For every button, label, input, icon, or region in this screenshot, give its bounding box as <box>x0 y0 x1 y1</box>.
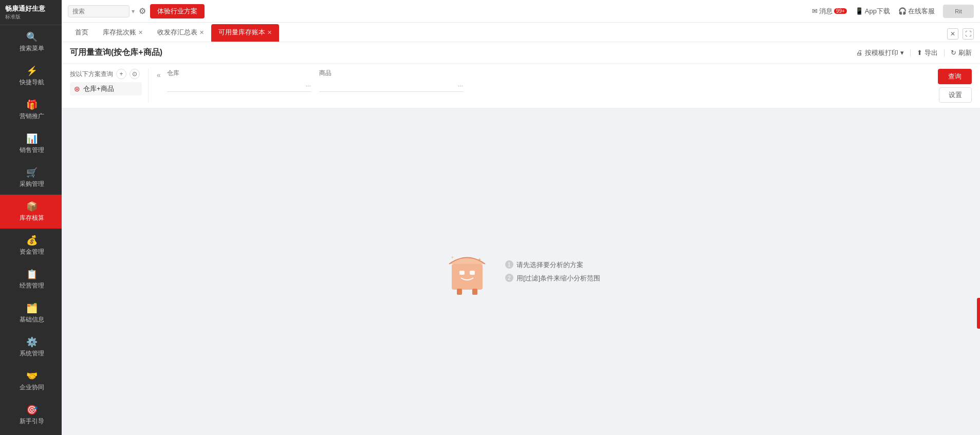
filter-scheme: 按以下方案查询 + ⊙ ⊛ 仓库+商品 <box>70 69 142 96</box>
gear-icon[interactable]: ⚙ <box>139 6 146 16</box>
scheme-item[interactable]: ⊛ 仓库+商品 <box>70 82 142 96</box>
close-icon[interactable]: ✕ <box>138 29 143 36</box>
refresh-icon: ↻ <box>951 49 956 56</box>
goods-input-group: ··· <box>319 80 463 92</box>
export-icon: ⬆ <box>917 49 922 56</box>
scheme-header-label: 按以下方案查询 <box>70 70 113 79</box>
page-content: 可用量查询(按仓库+商品) 🖨 按模板打印 ▾ ⬆ 导出 ↻ 刷新 <box>62 42 980 435</box>
print-label: 按模板打印 <box>865 48 898 58</box>
online-service-action[interactable]: 🎧 在线客服 <box>898 7 935 16</box>
tip-text-2: 用[过滤]条件来缩小分析范围 <box>516 274 600 283</box>
scheme-icon: ⊛ <box>74 85 80 93</box>
app-download-label: App下载 <box>865 7 890 16</box>
expand-window-button[interactable]: ⛶ <box>963 28 974 40</box>
sidebar: 畅康通好生意 标准版 🔍 搜索菜单 ⚡ 快捷导航 🎁 营销推广 📊 销售管理 🛒… <box>0 0 62 435</box>
close-icon[interactable]: ✕ <box>267 29 272 36</box>
sidebar-item-shortcut[interactable]: ⚡ 快捷导航 <box>0 59 62 93</box>
sidebar-item-system[interactable]: ⚙️ 系统管理 <box>0 330 62 364</box>
sidebar-item-enterprise[interactable]: 🤝 企业协同 <box>0 364 62 398</box>
brand-name: 畅康通好生意 <box>5 4 57 13</box>
chevron-down-icon: ▾ <box>900 49 904 56</box>
sidebar-item-purchase[interactable]: 🛒 采购管理 <box>0 161 62 195</box>
sidebar-item-label: 销售管理 <box>20 146 44 155</box>
sidebar-item-appstore[interactable]: 🏪 应用中心 <box>0 432 62 435</box>
warehouse-input[interactable] <box>167 82 304 89</box>
svg-rect-0 <box>452 264 483 290</box>
filter-area: 按以下方案查询 + ⊙ ⊛ 仓库+商品 « 仓库 ··· <box>62 64 980 108</box>
tab-label: 可用量库存账本 <box>218 28 265 37</box>
print-button[interactable]: 🖨 按模板打印 ▾ <box>856 48 904 58</box>
export-button[interactable]: ⬆ 导出 <box>917 48 938 58</box>
tip-number-1: 1 <box>505 260 513 269</box>
tip-text-1: 请先选择要分析的方案 <box>516 260 583 270</box>
filter-scheme-header: 按以下方案查询 + ⊙ <box>70 69 142 79</box>
enterprise-icon: 🤝 <box>26 370 38 382</box>
warehouse-input-group: ··· <box>167 80 311 92</box>
collapse-button[interactable]: « <box>155 69 163 81</box>
sidebar-item-label: 快捷导航 <box>20 78 44 87</box>
filter-fields: 仓库 ··· 商品 ··· <box>167 69 934 92</box>
avatar[interactable]: Rit <box>943 5 974 18</box>
sidebar-item-label: 企业协同 <box>20 383 44 392</box>
empty-tip-1: 1 请先选择要分析的方案 <box>505 260 600 270</box>
gift-icon: 🎁 <box>26 99 38 110</box>
search-group: ▾ <box>68 5 135 17</box>
page-title: 可用量查询(按仓库+商品) <box>70 47 162 58</box>
sidebar-item-label: 库存核算 <box>20 214 44 222</box>
trial-button[interactable]: 体验行业方案 <box>150 4 205 18</box>
chevron-down-icon[interactable]: ▾ <box>132 8 135 15</box>
sidebar-item-basic[interactable]: 🗂️ 基础信息 <box>0 296 62 330</box>
sidebar-item-search[interactable]: 🔍 搜索菜单 <box>0 25 62 59</box>
edit-scheme-button[interactable]: ⊙ <box>130 69 140 79</box>
svg-rect-1 <box>459 271 465 275</box>
divider <box>910 49 911 56</box>
goods-more-icon[interactable]: ··· <box>458 82 463 89</box>
tab-home[interactable]: 首页 <box>68 24 96 42</box>
tab-label: 库存批次账 <box>103 28 136 37</box>
sales-icon: 📊 <box>26 133 38 144</box>
divider <box>944 49 945 56</box>
search-input[interactable] <box>68 5 130 17</box>
sidebar-item-guide[interactable]: 🎯 新手引导 <box>0 398 62 432</box>
message-badge: 99+ <box>834 8 847 14</box>
sidebar-item-label: 资金管理 <box>20 248 44 256</box>
query-button[interactable]: 查询 <box>938 69 972 84</box>
empty-svg: ✦ ✦ <box>441 246 493 297</box>
sidebar-item-inventory[interactable]: 📦 库存核算 <box>0 195 62 229</box>
basic-icon: 🗂️ <box>26 302 38 314</box>
warehouse-more-icon[interactable]: ··· <box>306 82 311 89</box>
online-service-label: 在线客服 <box>908 7 935 16</box>
message-action[interactable]: ✉ 消息 99+ <box>812 7 847 16</box>
sidebar-item-sales[interactable]: 📊 销售管理 <box>0 127 62 161</box>
print-icon: 🖨 <box>856 49 863 56</box>
goods-label: 商品 <box>319 69 463 78</box>
scheme-item-label: 仓库+商品 <box>83 84 114 93</box>
headset-icon: 🎧 <box>898 7 907 15</box>
goods-filter: 商品 ··· <box>319 69 463 92</box>
close-window-button[interactable]: ✕ <box>947 28 958 40</box>
sidebar-item-label: 基础信息 <box>20 315 44 324</box>
app-download-action[interactable]: 📱 App下载 <box>855 7 890 16</box>
add-scheme-button[interactable]: + <box>116 69 126 79</box>
page-header: 可用量查询(按仓库+商品) 🖨 按模板打印 ▾ ⬆ 导出 ↻ 刷新 <box>62 42 980 64</box>
sidebar-item-marketing[interactable]: 🎁 营销推广 <box>0 93 62 127</box>
goods-input[interactable] <box>319 82 456 89</box>
sidebar-item-label: 经营管理 <box>20 281 44 290</box>
sidebar-item-label: 营销推广 <box>20 112 44 121</box>
window-controls: ✕ ⛶ <box>947 28 974 42</box>
sidebar-item-management[interactable]: 📋 经营管理 <box>0 262 62 296</box>
tab-inventory-batch[interactable]: 库存批次账 ✕ <box>96 24 150 42</box>
settings-button[interactable]: 设置 <box>939 87 972 103</box>
tab-label: 首页 <box>75 28 88 37</box>
close-icon[interactable]: ✕ <box>199 29 204 36</box>
finance-icon: 💰 <box>26 235 38 246</box>
export-label: 导出 <box>924 48 938 58</box>
tab-bar: 首页 库存批次账 ✕ 收发存汇总表 ✕ 可用量库存账本 ✕ ✕ ⛶ <box>62 23 980 42</box>
topbar-actions: ✉ 消息 99+ 📱 App下载 🎧 在线客服 Rit <box>812 5 974 18</box>
tab-summary[interactable]: 收发存汇总表 ✕ <box>150 24 211 42</box>
message-icon: ✉ <box>812 7 818 15</box>
main-area: ▾ ⚙ 体验行业方案 ✉ 消息 99+ 📱 App下载 🎧 在线客服 Rit <box>62 0 980 435</box>
sidebar-item-finance[interactable]: 💰 资金管理 <box>0 229 62 262</box>
refresh-button[interactable]: ↻ 刷新 <box>951 48 972 58</box>
tab-available-inventory[interactable]: 可用量库存账本 ✕ <box>211 24 279 42</box>
